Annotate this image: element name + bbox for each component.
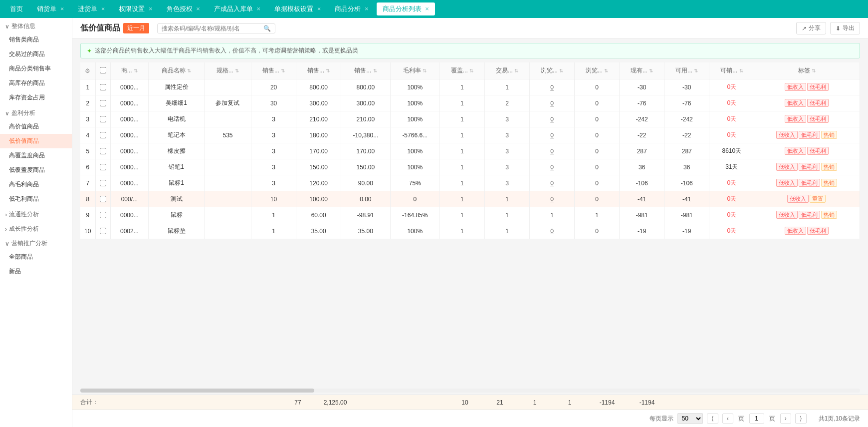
sidebar-item-low-coverage[interactable]: 低覆盖度商品	[0, 163, 72, 177]
sidebar-item-high-coverage[interactable]: 高覆盖度商品	[0, 148, 72, 163]
nav-product-stock[interactable]: 产成品入库单 ×	[208, 2, 266, 15]
cell-checkbox[interactable]	[95, 207, 110, 223]
nav-sales[interactable]: 销货单 ×	[31, 2, 70, 15]
sidebar-item-category-sales[interactable]: 商品分类销售率	[0, 61, 72, 76]
row-checkbox[interactable]	[100, 100, 106, 106]
th-tags[interactable]: 标签 ⇅	[754, 62, 860, 79]
th-col6[interactable]: 销售... ⇅	[251, 62, 296, 79]
sidebar-group-overall[interactable]: ∨ 整体信息	[0, 18, 72, 32]
page-number-input[interactable]	[749, 414, 764, 424]
row-checkbox[interactable]	[100, 84, 106, 90]
th-sellable[interactable]: 可销... ⇅	[709, 62, 754, 79]
cell-checkbox[interactable]	[95, 79, 110, 95]
th-spec[interactable]: 规格... ⇅	[204, 62, 251, 79]
cell-col12[interactable]: 1	[530, 207, 575, 223]
export-button[interactable]: ⬇ 导出	[830, 22, 860, 34]
cell-col12[interactable]: 0	[530, 143, 575, 159]
col12-link[interactable]: 0	[550, 148, 554, 155]
cell-col12[interactable]: 0	[530, 95, 575, 111]
row-checkbox[interactable]	[100, 212, 106, 218]
search-icon[interactable]: 🔍	[263, 25, 271, 32]
sidebar-item-all-goods[interactable]: 全部商品	[0, 250, 72, 264]
next-page-button[interactable]: ›	[780, 414, 791, 424]
row-checkbox[interactable]	[100, 228, 106, 234]
col12-link[interactable]: 0	[550, 228, 554, 235]
col12-link[interactable]: 0	[550, 116, 554, 123]
search-input[interactable]	[162, 25, 261, 32]
th-views2[interactable]: 浏览... ⇅	[575, 62, 620, 79]
th-col7[interactable]: 销售... ⇅	[296, 62, 341, 79]
col12-link[interactable]: 0	[550, 196, 554, 203]
cell-col12[interactable]: 0	[530, 111, 575, 127]
col12-link[interactable]: 0	[550, 100, 554, 107]
last-page-button[interactable]: ⟩	[795, 414, 807, 424]
th-checkbox[interactable]	[95, 62, 110, 79]
cell-col12[interactable]: 0	[530, 79, 575, 95]
th-views1[interactable]: 浏览... ⇅	[530, 62, 575, 79]
th-coverage[interactable]: 覆盖... ⇅	[439, 62, 484, 79]
share-button[interactable]: ↗ 分享	[796, 22, 826, 34]
settings-icon[interactable]: ⚙	[85, 67, 90, 74]
sidebar-item-low-margin[interactable]: 低毛利商品	[0, 192, 72, 206]
sidebar-group-profit[interactable]: ∨ 盈利分析	[0, 105, 72, 119]
sidebar-item-high-stock[interactable]: 高库存的商品	[0, 76, 72, 90]
row-checkbox[interactable]	[100, 164, 106, 170]
nav-home[interactable]: 首页	[4, 2, 29, 15]
cell-checkbox[interactable]	[95, 159, 110, 175]
th-available[interactable]: 可用... ⇅	[664, 62, 709, 79]
sidebar-group-liquidity[interactable]: › 流通性分析	[0, 206, 72, 221]
scrollbar-thumb[interactable]	[80, 389, 314, 393]
nav-purchase[interactable]: 进货单 ×	[72, 2, 111, 15]
col12-link[interactable]: 0	[550, 84, 554, 91]
row-checkbox[interactable]	[100, 180, 106, 186]
time-tag[interactable]: 近一月	[123, 23, 149, 33]
col12-link[interactable]: 1	[550, 212, 554, 219]
cell-checkbox[interactable]	[95, 143, 110, 159]
sidebar-item-sales-goods[interactable]: 销售类商品	[0, 32, 72, 47]
sidebar-item-high-value[interactable]: 高价值商品	[0, 119, 72, 134]
col12-link[interactable]: 0	[550, 164, 554, 171]
nav-template[interactable]: 单据模板设置 ×	[268, 2, 327, 15]
per-page-select[interactable]: 50 100 200	[677, 413, 703, 424]
horizontal-scrollbar[interactable]	[80, 389, 860, 393]
sidebar-item-low-value[interactable]: 低价值商品	[0, 134, 72, 148]
nav-goods-analysis-list[interactable]: 商品分析列表 ×	[377, 2, 435, 15]
prev-page-button[interactable]: ‹	[722, 414, 733, 424]
sidebar-item-traded-goods[interactable]: 交易过的商品	[0, 47, 72, 61]
th-code[interactable]: 商... ⇅	[110, 62, 149, 79]
col12-link[interactable]: 0	[550, 180, 554, 187]
cell-checkbox[interactable]	[95, 223, 110, 239]
cell-checkbox[interactable]	[95, 111, 110, 127]
cell-checkbox[interactable]	[95, 175, 110, 191]
cell-col12[interactable]: 0	[530, 159, 575, 175]
th-transactions[interactable]: 交易... ⇅	[484, 62, 529, 79]
cell-checkbox[interactable]	[95, 95, 110, 111]
row-checkbox[interactable]	[100, 116, 106, 122]
cell-col12[interactable]: 0	[530, 127, 575, 143]
th-col8[interactable]: 销售... ⇅	[341, 62, 390, 79]
cell-col12[interactable]: 0	[530, 191, 575, 207]
cell-checkbox[interactable]	[95, 191, 110, 207]
row-checkbox[interactable]	[100, 196, 106, 202]
th-current[interactable]: 现有... ⇅	[620, 62, 664, 79]
nav-goods-analysis[interactable]: 商品分析 ×	[329, 2, 374, 15]
th-name[interactable]: 商品名称 ⇅	[149, 62, 205, 79]
cell-col12[interactable]: 0	[530, 223, 575, 239]
col12-link[interactable]: 0	[550, 132, 554, 139]
select-all-checkbox[interactable]	[100, 67, 106, 73]
nav-roles[interactable]: 角色授权 ×	[161, 2, 206, 15]
sidebar-group-growth[interactable]: › 成长性分析	[0, 221, 72, 235]
th-settings[interactable]: ⚙	[80, 62, 95, 79]
row-checkbox[interactable]	[100, 132, 106, 138]
cell-checkbox[interactable]	[95, 127, 110, 143]
row-checkbox[interactable]	[100, 148, 106, 154]
nav-permissions[interactable]: 权限设置 ×	[113, 2, 158, 15]
first-page-button[interactable]: ⟨	[707, 414, 718, 424]
sidebar-item-stock-capital[interactable]: 库存资金占用	[0, 90, 72, 105]
sidebar-item-new-goods[interactable]: 新品	[0, 264, 72, 279]
cell-spec	[204, 223, 251, 239]
sidebar-group-marketing[interactable]: ∨ 营销推广分析	[0, 235, 72, 250]
th-margin[interactable]: 毛利率 ⇅	[390, 62, 439, 79]
sidebar-item-high-margin[interactable]: 高毛利商品	[0, 177, 72, 192]
cell-col12[interactable]: 0	[530, 175, 575, 191]
